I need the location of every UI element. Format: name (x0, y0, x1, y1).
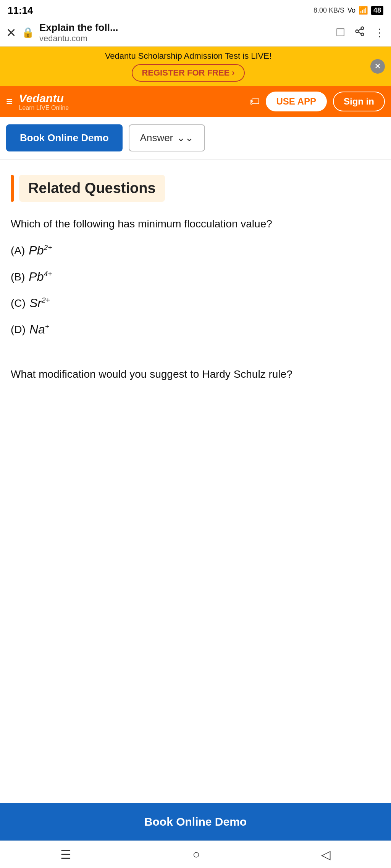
option-d-math: Na+ (29, 322, 49, 337)
svg-line-4 (358, 29, 361, 31)
browser-actions: ☐ ⋮ (336, 26, 385, 39)
section-divider (11, 352, 380, 352)
scholarship-banner: Vedantu Scholarship Admission Test is LI… (0, 47, 391, 86)
more-options-icon[interactable]: ⋮ (374, 26, 385, 39)
share-icon[interactable] (354, 26, 365, 39)
question-1-block: Which of the following has minimum flocc… (11, 216, 380, 337)
answer-label: Answer (140, 132, 173, 144)
question-2-block: What modification would you suggest to H… (11, 366, 380, 382)
battery-indicator: 48 (371, 6, 383, 15)
related-questions-bg: Related Questions (19, 175, 165, 202)
scholarship-text: Vedantu Scholarship Admission Test is LI… (6, 51, 370, 61)
register-for-free-button[interactable]: REGISTER FOR FREE › (132, 64, 244, 82)
close-banner-button[interactable]: ✕ (370, 59, 385, 74)
question-2-text: What modification would you suggest to H… (11, 366, 380, 382)
related-questions-accent-bar (11, 175, 14, 202)
option-b-math: Pb4+ (29, 270, 52, 284)
use-app-button[interactable]: USE APP (266, 92, 327, 111)
bottom-book-demo-button[interactable]: Book Online Demo (0, 803, 391, 841)
nav-bookmark-icon[interactable]: 🏷 (249, 95, 260, 108)
network-icon: Vo (347, 6, 355, 14)
register-chevron: › (232, 68, 234, 78)
status-icons: 8.00 KB/S Vo 📶 48 (313, 6, 383, 15)
close-icon[interactable]: ✕ (6, 26, 16, 40)
book-demo-button[interactable]: Book Online Demo (6, 124, 123, 151)
close-banner-icon: ✕ (374, 61, 381, 71)
option-c-label: (C) (11, 297, 26, 309)
register-label: REGISTER FOR FREE (142, 68, 229, 78)
lock-icon: 🔒 (22, 27, 34, 39)
browser-bar: ✕ 🔒 Explain the foll... vedantu.com ☐ ⋮ (0, 19, 391, 47)
related-questions-header: Related Questions (11, 175, 380, 202)
hamburger-icon[interactable]: ≡ (6, 95, 13, 108)
browser-title-area: Explain the foll... vedantu.com (39, 22, 330, 43)
option-b-row: (B) Pb4+ (11, 270, 380, 284)
option-c-math: Sr2+ (29, 296, 50, 310)
answer-chevron: ⌄⌄ (177, 132, 194, 144)
action-row: Book Online Demo Answer ⌄⌄ (0, 117, 391, 159)
status-bar: 11:14 8.00 KB/S Vo 📶 48 (0, 0, 391, 19)
bottom-nav-home-icon[interactable]: ○ (192, 847, 200, 862)
bottom-nav-menu-icon[interactable]: ☰ (60, 847, 71, 862)
vedantu-tagline: Learn LIVE Online (19, 105, 243, 111)
vedantu-logo: Vedantu (19, 92, 243, 105)
scholarship-content: Vedantu Scholarship Admission Test is LI… (6, 51, 370, 82)
option-a-math: Pb2+ (29, 243, 52, 258)
question-1-text: Which of the following has minimum flocc… (11, 216, 380, 232)
answer-button[interactable]: Answer ⌄⌄ (129, 124, 205, 151)
signal-icon: 📶 (359, 6, 368, 15)
browser-url: vedantu.com (39, 34, 330, 43)
option-a-row: (A) Pb2+ (11, 243, 380, 258)
option-b-label: (B) (11, 271, 25, 283)
status-time: 11:14 (8, 5, 33, 16)
option-a-label: (A) (11, 245, 25, 257)
related-questions-title: Related Questions (28, 180, 156, 196)
sign-in-button[interactable]: Sign in (333, 92, 385, 111)
bookmark-icon[interactable]: ☐ (336, 26, 345, 39)
main-content: Related Questions Which of the following… (0, 159, 391, 482)
speed-indicator: 8.00 KB/S (313, 6, 344, 14)
svg-line-3 (358, 32, 361, 34)
option-d-row: (D) Na+ (11, 322, 380, 337)
option-c-row: (C) Sr2+ (11, 296, 380, 310)
vedantu-navbar: ≡ Vedantu Learn LIVE Online 🏷 USE APP Si… (0, 86, 391, 117)
option-d-label: (D) (11, 324, 26, 336)
vedantu-logo-area: Vedantu Learn LIVE Online (19, 92, 243, 111)
bottom-nav: ☰ ○ ◁ (0, 841, 391, 868)
bottom-nav-back-icon[interactable]: ◁ (321, 847, 331, 862)
browser-page-title: Explain the foll... (39, 22, 330, 34)
